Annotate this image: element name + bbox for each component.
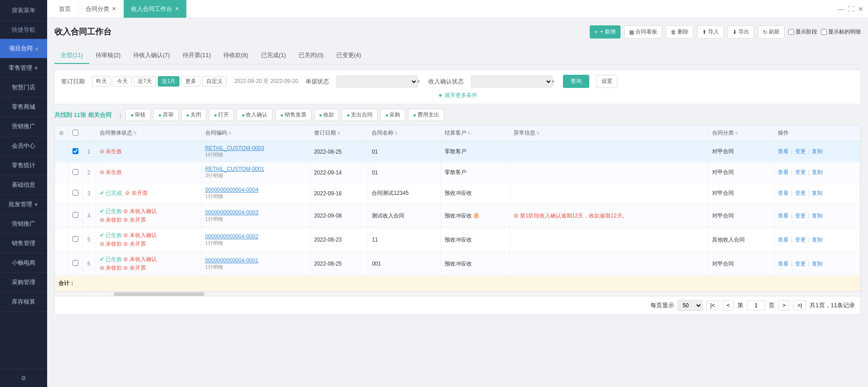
sidebar-item-retail-mall[interactable]: 零售商城 bbox=[0, 97, 47, 117]
sidebar-nav[interactable]: 快捷导航 bbox=[0, 21, 47, 39]
expense-out-btn[interactable]: ● 支出合同 bbox=[342, 109, 378, 121]
show-mark-checkbox[interactable]: 显示标的明细 bbox=[821, 28, 861, 36]
sales-invoice-btn[interactable]: ● 销售发票 bbox=[275, 109, 311, 121]
next-page-btn[interactable]: > bbox=[778, 300, 790, 310]
cost-out-btn[interactable]: ● 费用支出 bbox=[408, 109, 444, 121]
row3-copy-btn[interactable]: 复制 bbox=[812, 190, 823, 196]
first-page-btn[interactable]: |< bbox=[706, 300, 719, 310]
sidebar-item-sales-mgmt[interactable]: 销售管理 bbox=[0, 234, 47, 253]
date-yesterday[interactable]: 昨天 bbox=[92, 76, 111, 87]
row4-checkbox[interactable] bbox=[68, 204, 82, 228]
row5-change-btn[interactable]: 变更 bbox=[795, 237, 806, 243]
row3-view-btn[interactable]: 查看 bbox=[778, 190, 789, 196]
purchase-btn[interactable]: ● 采购 bbox=[380, 109, 405, 121]
row2-change-btn[interactable]: 变更 bbox=[795, 169, 806, 175]
page-input[interactable] bbox=[747, 300, 765, 310]
show-stage-checkbox[interactable]: 显示阶段 bbox=[788, 28, 817, 36]
row2-checkbox[interactable] bbox=[68, 162, 82, 183]
prev-page-btn[interactable]: < bbox=[723, 300, 734, 310]
close-contract-btn[interactable]: ● 关闭 bbox=[181, 109, 206, 121]
maximize-icon[interactable]: ⛶ bbox=[848, 5, 854, 13]
collect-btn[interactable]: ● 收款 bbox=[314, 109, 339, 121]
tab-home[interactable]: 首页 bbox=[52, 0, 78, 18]
row1-code-link[interactable]: RETAIL_CUSTOM-0003 bbox=[205, 145, 306, 151]
show-mark-input[interactable] bbox=[821, 29, 827, 35]
page-size-select[interactable]: 50 10 20 100 bbox=[678, 300, 703, 311]
row4-copy-btn[interactable]: 复制 bbox=[812, 213, 823, 219]
income-confirm-btn[interactable]: ● 收入确认 bbox=[237, 109, 272, 121]
sidebar-item-marketing2[interactable]: 营销推广 bbox=[0, 214, 47, 234]
tab-close-income-workbench[interactable]: ✕ bbox=[175, 6, 179, 12]
row1-checkbox[interactable] bbox=[68, 141, 82, 162]
sidebar-settings[interactable]: ⚙ bbox=[0, 369, 47, 387]
col-customer[interactable]: 结算客户⇅ bbox=[441, 125, 509, 141]
horizontal-scrollbar[interactable] bbox=[55, 291, 860, 296]
col-abnormal[interactable]: 异常信息⇅ bbox=[509, 125, 708, 141]
refresh-button[interactable]: ↻刷新 bbox=[758, 25, 785, 39]
row2-code-link[interactable]: RETAIL_CUSTOM-0001 bbox=[205, 166, 306, 172]
row3-code-link[interactable]: 0000000000004-0004 bbox=[205, 187, 306, 193]
filter-settings-button[interactable]: 设置 bbox=[596, 75, 617, 88]
row6-change-btn[interactable]: 变更 bbox=[795, 261, 806, 267]
col-name[interactable]: 合同名称⇅ bbox=[368, 125, 441, 141]
tab-contract-category[interactable]: 合同分类 ✕ bbox=[78, 0, 124, 18]
col-status[interactable]: 合同整体状态⇅ bbox=[96, 125, 201, 141]
sidebar-item-stock[interactable]: 库存核算 bbox=[0, 292, 47, 312]
status-tab-changed[interactable]: 已变更(4) bbox=[330, 48, 368, 64]
minimize-icon[interactable]: — bbox=[838, 5, 844, 13]
row6-view-btn[interactable]: 查看 bbox=[778, 261, 789, 267]
row5-copy-btn[interactable]: 复制 bbox=[812, 237, 823, 243]
status-tab-pending-payment[interactable]: 待收款(8) bbox=[217, 48, 255, 64]
import-button[interactable]: ⬆导入 bbox=[697, 25, 724, 39]
doc-status-select[interactable] bbox=[336, 76, 418, 87]
scrollbar-thumb[interactable] bbox=[114, 292, 204, 296]
status-tab-pending-review[interactable]: 待审核(2) bbox=[89, 48, 127, 64]
col-gear[interactable]: ⚙ bbox=[55, 125, 68, 141]
last-page-btn[interactable]: >| bbox=[793, 300, 806, 310]
sidebar-item-member[interactable]: 会员中心 bbox=[0, 136, 47, 156]
status-tab-completed[interactable]: 已完成(1) bbox=[255, 48, 292, 64]
row3-checkbox[interactable] bbox=[68, 183, 82, 204]
row6-code-link[interactable]: 0000000000004-0001 bbox=[205, 257, 306, 264]
sidebar-item-basic-info[interactable]: 基础信息 bbox=[0, 175, 47, 195]
print-btn[interactable]: ● 打开 bbox=[209, 109, 234, 121]
sidebar-item-wholesale[interactable]: 批发管理 ▼ bbox=[0, 195, 47, 214]
close-icon[interactable]: ✕ bbox=[858, 5, 863, 13]
row3-change-btn[interactable]: 变更 bbox=[795, 190, 806, 196]
expand-filter-btn[interactable]: ▼ 展开更多条件 bbox=[438, 92, 478, 99]
row4-change-btn[interactable]: 变更 bbox=[795, 213, 806, 219]
query-button[interactable]: 查询 bbox=[563, 75, 589, 88]
col-select-all[interactable] bbox=[68, 125, 82, 141]
date-more[interactable]: 更多 bbox=[181, 76, 200, 87]
status-tab-pending-income[interactable]: 待收入确认(7) bbox=[127, 48, 176, 64]
date-7days[interactable]: 近7天 bbox=[134, 76, 156, 87]
new-button[interactable]: ++ 新增 bbox=[590, 25, 621, 39]
row4-view-btn[interactable]: 查看 bbox=[778, 213, 789, 219]
sidebar-item-retail-stats[interactable]: 零售统计 bbox=[0, 156, 47, 175]
select-all-checkbox[interactable] bbox=[73, 130, 78, 135]
col-sign-date[interactable]: 签订日期⇅ bbox=[310, 125, 368, 141]
row1-view-btn[interactable]: 查看 bbox=[778, 148, 789, 155]
row4-code-link[interactable]: 0000000000004-0003 bbox=[205, 209, 306, 216]
date-custom[interactable]: 自定义 bbox=[202, 76, 227, 87]
sidebar-item-marketing[interactable]: 营销推广 bbox=[0, 117, 47, 136]
date-today[interactable]: 今天 bbox=[113, 76, 132, 87]
abandon-btn[interactable]: ● 弃审 bbox=[153, 109, 178, 121]
export-button[interactable]: ⬇导出 bbox=[727, 25, 754, 39]
sidebar-item-project[interactable]: 项目合同 ◀ bbox=[0, 39, 47, 58]
row1-copy-btn[interactable]: 复制 bbox=[812, 148, 823, 155]
show-stage-input[interactable] bbox=[788, 29, 794, 35]
audit-btn[interactable]: ● 审核 bbox=[126, 109, 150, 121]
row5-view-btn[interactable]: 查看 bbox=[778, 237, 789, 243]
delete-button[interactable]: 🗑删除 bbox=[666, 25, 693, 39]
col-category[interactable]: 合同分类⇅ bbox=[708, 125, 774, 141]
sidebar-search[interactable]: 搜索菜单 bbox=[0, 0, 47, 21]
status-tab-pending-invoice[interactable]: 待开票(11) bbox=[176, 48, 217, 64]
tab-close-contract-category[interactable]: ✕ bbox=[112, 6, 116, 12]
status-tab-closed[interactable]: 已关闭(0) bbox=[292, 48, 330, 64]
col-code[interactable]: 合同编码⇅ bbox=[201, 125, 310, 141]
sidebar-item-ecommerce[interactable]: 小畅电商 bbox=[0, 253, 47, 273]
row2-copy-btn[interactable]: 复制 bbox=[812, 169, 823, 175]
tab-income-workbench[interactable]: 收入合同工作台 ✕ bbox=[124, 0, 187, 18]
row6-copy-btn[interactable]: 复制 bbox=[812, 261, 823, 267]
